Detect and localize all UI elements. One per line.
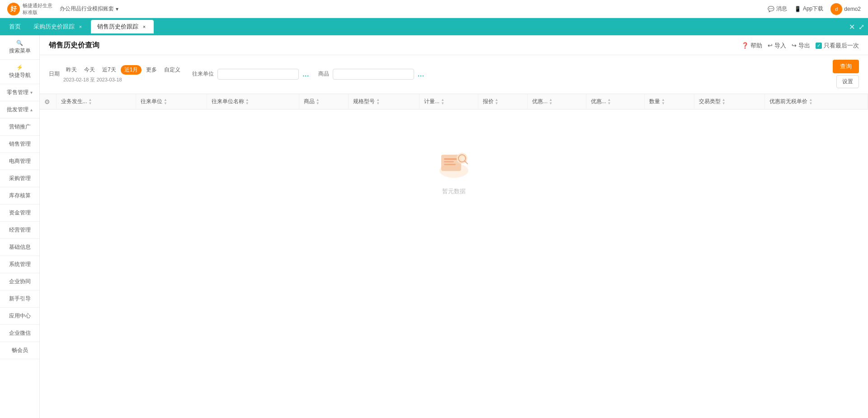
th-quote[interactable]: 报价 ▲▼ bbox=[478, 94, 528, 109]
th-discount1[interactable]: 优惠... ▲▼ bbox=[528, 94, 586, 109]
th-quantity[interactable]: 数量 ▲▼ bbox=[644, 94, 694, 109]
sidebar: 🔍 搜索菜单 ⚡ 快捷导航 零售管理 ▾ 批发管理 ▴ 营销推广 销售管理 电商… bbox=[0, 35, 40, 418]
filter-customer-group: 往来单位 ... bbox=[192, 69, 309, 80]
sidebar-item-wholesale-mgmt[interactable]: 批发管理 ▴ bbox=[0, 101, 39, 119]
th-pre-tax-price[interactable]: 优惠前无税单价 ▲▼ bbox=[765, 94, 868, 109]
th-spec[interactable]: 规格型号 ▲▼ bbox=[349, 94, 420, 109]
sort-icon: ▲▼ bbox=[809, 98, 812, 105]
message-button[interactable]: 💬 消息 bbox=[768, 5, 787, 13]
avatar: d bbox=[830, 3, 842, 15]
gear-icon[interactable]: ⚙ bbox=[44, 98, 50, 105]
sort-icon: ▲▼ bbox=[722, 98, 726, 105]
th-partner-name[interactable]: 往来单位名称 ▲▼ bbox=[207, 94, 299, 109]
sidebar-item-ecommerce-mgmt[interactable]: 电商管理 bbox=[0, 153, 39, 170]
th-unit[interactable]: 计量... ▲▼ bbox=[420, 94, 478, 109]
data-table: ⚙ 业务发生... ▲▼ 往来单位 ▲▼ bbox=[40, 94, 868, 109]
workspace-selector[interactable]: 办公用品行业模拟账套 ▾ bbox=[56, 3, 122, 14]
th-gear[interactable]: ⚙ bbox=[40, 94, 56, 109]
tab-sales-close[interactable]: × bbox=[141, 24, 147, 30]
show-last-only-toggle[interactable]: ✓ 只看最后一次 bbox=[816, 42, 859, 50]
sidebar-item-purchase-mgmt[interactable]: 采购管理 bbox=[0, 170, 39, 187]
sidebar-item-retail-mgmt[interactable]: 零售管理 ▾ bbox=[0, 84, 39, 101]
page-title-row: 销售历史价查询 ❓ 帮助 ↩ 导入 ↪ 导出 bbox=[49, 41, 859, 55]
th-trade-type[interactable]: 交易类型 ▲▼ bbox=[694, 94, 765, 109]
sidebar-item-marketing[interactable]: 营销推广 bbox=[0, 119, 39, 136]
sidebar-item-enterprise-coop[interactable]: 企业协同 bbox=[0, 273, 39, 290]
help-button[interactable]: ❓ 帮助 bbox=[741, 42, 762, 50]
user-profile[interactable]: d demo2 bbox=[830, 3, 861, 15]
empty-text: 暂元数据 bbox=[442, 187, 466, 195]
help-icon: ❓ bbox=[741, 42, 749, 49]
import-button[interactable]: ↩ 导入 bbox=[768, 42, 786, 50]
tab-purchase-close[interactable]: × bbox=[77, 24, 84, 30]
logo-text: 畅捷通好生意 标准版 bbox=[23, 2, 52, 15]
settings-button[interactable]: 设置 bbox=[836, 75, 859, 88]
chevron-down-icon: ▾ bbox=[116, 6, 118, 12]
export-button[interactable]: ↪ 导出 bbox=[792, 42, 810, 50]
topbar: 好 畅捷通好生意 标准版 办公用品行业模拟账套 ▾ 💬 消息 📱 App下载 d… bbox=[0, 0, 868, 18]
empty-icon bbox=[431, 146, 476, 182]
filter-row: 日期 昨天 今天 近7天 近1月 更多 自定义 2023-02-18 至 202… bbox=[40, 55, 868, 94]
product-label: 商品 bbox=[318, 70, 329, 78]
sidebar-item-new-guide[interactable]: 新手引导 bbox=[0, 290, 39, 308]
export-icon: ↪ bbox=[792, 42, 797, 49]
date-range: 2023-02-18 至 2023-03-18 bbox=[63, 76, 183, 83]
customer-input[interactable] bbox=[217, 69, 299, 80]
customer-label: 往来单位 bbox=[192, 70, 214, 78]
sort-icon: ▲▼ bbox=[441, 98, 444, 105]
table-header: ⚙ 业务发生... ▲▼ 往来单位 ▲▼ bbox=[40, 94, 868, 109]
close-window-icon[interactable]: ✕ bbox=[849, 23, 855, 31]
product-input[interactable] bbox=[333, 69, 414, 80]
sidebar-item-app-center[interactable]: 应用中心 bbox=[0, 308, 39, 325]
expand-icon[interactable]: ⤢ bbox=[859, 23, 864, 31]
chevron-down-icon: ▾ bbox=[30, 90, 33, 95]
th-product[interactable]: 商品 ▲▼ bbox=[299, 94, 349, 109]
date-last-month[interactable]: 近1月 bbox=[121, 65, 142, 75]
sidebar-item-enterprise-wechat[interactable]: 企业微信 bbox=[0, 325, 39, 342]
sidebar-item-inventory-check[interactable]: 库存核算 bbox=[0, 187, 39, 204]
sort-icon: ▲▼ bbox=[316, 98, 320, 105]
tab-home[interactable]: 首页 bbox=[4, 20, 26, 33]
topbar-left: 好 畅捷通好生意 标准版 办公用品行业模拟账套 ▾ bbox=[7, 2, 122, 15]
topbar-right: 💬 消息 📱 App下载 d demo2 bbox=[768, 3, 861, 15]
app-download-button[interactable]: 📱 App下载 bbox=[794, 5, 823, 13]
chevron-up-icon: ▴ bbox=[30, 107, 33, 112]
date-yesterday[interactable]: 昨天 bbox=[63, 65, 80, 75]
sidebar-item-basic-info[interactable]: 基础信息 bbox=[0, 239, 39, 256]
tab-purchase-history[interactable]: 采购历史价跟踪 × bbox=[27, 20, 90, 33]
page-header: 销售历史价查询 ❓ 帮助 ↩ 导入 ↪ 导出 bbox=[40, 35, 868, 55]
message-icon: 💬 bbox=[768, 6, 774, 12]
date-last7[interactable]: 近7天 bbox=[99, 65, 119, 75]
filter-right-actions: 查询 设置 bbox=[833, 60, 859, 88]
sort-icon: ▲▼ bbox=[495, 98, 499, 105]
tab-sales-history[interactable]: 销售历史价跟踪 × bbox=[91, 20, 154, 33]
th-business-date[interactable]: 业务发生... ▲▼ bbox=[56, 94, 136, 109]
date-today[interactable]: 今天 bbox=[81, 65, 98, 75]
svg-rect-2 bbox=[444, 158, 458, 160]
date-custom[interactable]: 自定义 bbox=[161, 65, 183, 75]
page-title: 销售历史价查询 bbox=[49, 41, 99, 50]
sidebar-item-quick-nav[interactable]: ⚡ 快捷导航 bbox=[0, 60, 39, 84]
sort-icon: ▲▼ bbox=[164, 98, 167, 105]
page-actions: ❓ 帮助 ↩ 导入 ↪ 导出 ✓ 只看最后一 bbox=[741, 42, 859, 50]
th-discount2[interactable]: 优惠... ▲▼ bbox=[586, 94, 644, 109]
date-more[interactable]: 更多 bbox=[143, 65, 160, 75]
phone-icon: 📱 bbox=[794, 6, 801, 12]
import-icon: ↩ bbox=[768, 42, 773, 49]
sidebar-item-finance-mgmt[interactable]: 资金管理 bbox=[0, 204, 39, 222]
table-container: ⚙ 业务发生... ▲▼ 往来单位 ▲▼ bbox=[40, 94, 868, 418]
customer-picker-button[interactable]: ... bbox=[302, 71, 309, 78]
th-partner-code[interactable]: 往来单位 ▲▼ bbox=[136, 94, 207, 109]
sort-icon: ▲▼ bbox=[608, 98, 611, 105]
sidebar-item-ops-mgmt[interactable]: 经营管理 bbox=[0, 222, 39, 239]
sort-icon: ▲▼ bbox=[245, 98, 249, 105]
sidebar-item-search-menu[interactable]: 🔍 搜索菜单 bbox=[0, 35, 39, 60]
sidebar-item-member[interactable]: 畅会员 bbox=[0, 342, 39, 359]
search-icon: 🔍 bbox=[16, 40, 23, 46]
query-button[interactable]: 查询 bbox=[833, 60, 859, 73]
svg-rect-3 bbox=[444, 161, 454, 162]
sidebar-item-system-settings[interactable]: 系统管理 bbox=[0, 256, 39, 273]
sidebar-item-sales-mgmt[interactable]: 销售管理 bbox=[0, 136, 39, 153]
checkbox-icon: ✓ bbox=[816, 43, 822, 49]
product-picker-button[interactable]: ... bbox=[418, 71, 425, 78]
